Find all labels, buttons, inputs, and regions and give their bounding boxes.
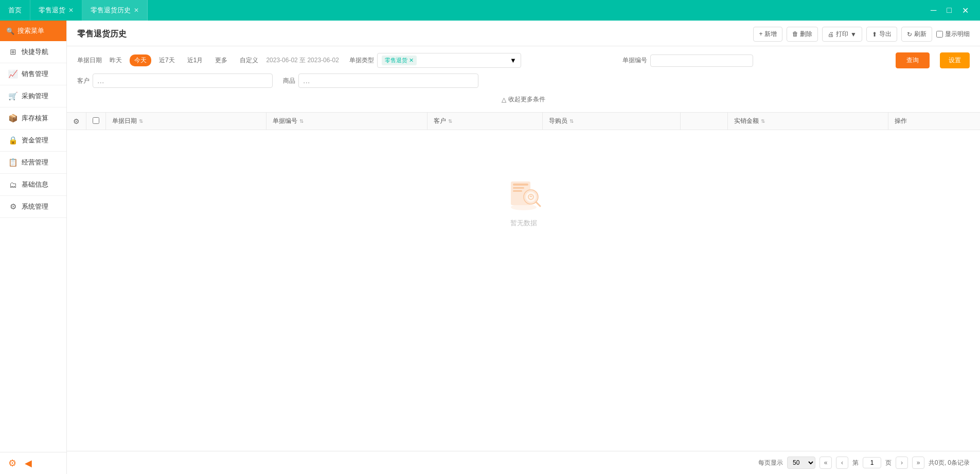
bill-type-filter-group: 单据类型 零售退货 ✕ ▼	[349, 53, 612, 68]
sidebar-item-inventory[interactable]: 📦 库存核算	[0, 107, 66, 130]
bill-no-label: 单据编号	[622, 56, 647, 65]
bill-no-input[interactable]	[650, 54, 753, 67]
system-mgmt-icon: ⚙	[8, 202, 17, 211]
sidebar-item-sales-mgmt[interactable]: 📈 销售管理	[0, 63, 66, 85]
table-area: ⚙ 单据日期 ⇅ 单据编号	[67, 113, 980, 451]
th-customer-sort[interactable]: 客户 ⇅	[434, 117, 536, 125]
page-next-btn[interactable]: ›	[896, 457, 908, 469]
customer-select[interactable]: ...	[93, 74, 273, 88]
sidebar-item-system-mgmt[interactable]: ⚙ 系统管理	[0, 196, 66, 218]
settings-btn[interactable]: 设置	[940, 52, 970, 68]
collapse-filter-btn[interactable]: △ 收起更多条件	[495, 93, 551, 106]
th-amount-sort[interactable]: 实销金额 ⇅	[734, 117, 882, 125]
tab-home-label: 首页	[8, 6, 22, 15]
per-page-label: 每页显示	[758, 459, 783, 467]
svg-rect-3	[513, 187, 524, 189]
print-icon: 🖨	[828, 31, 834, 38]
show-details-checkbox[interactable]	[936, 31, 943, 38]
th-customer-sort-icon: ⇅	[448, 118, 452, 124]
th-bill-no-sort-icon: ⇅	[299, 118, 304, 124]
th-action: 操作	[888, 113, 980, 130]
bill-type-tag: 零售退货 ✕	[382, 56, 417, 65]
show-details-label: 显示明细	[945, 30, 970, 39]
content-area: 零售退货历史 + 新增 🗑 删除 🖨 打印 ▼ ⬆ 导出 ↻ 刷新	[67, 21, 980, 474]
date-btn-custom[interactable]: 自定义	[235, 54, 263, 66]
th-guide-label: 导购员	[549, 117, 567, 125]
pagination: 每页显示 20 50 100 « ‹ 第 页 › » 共0页, 0条记录	[67, 451, 980, 474]
sidebar: 🔍 搜索菜单 ⊞ 快捷导航 📈 销售管理 🛒 采购管理 📦 库存核算 🔒	[0, 21, 67, 474]
collapse-label: 收起更多条件	[508, 95, 545, 104]
settings-bottom-icon[interactable]: ⚙	[8, 458, 16, 469]
print-button[interactable]: 🖨 打印 ▼	[822, 27, 862, 42]
th-customer-label: 客户	[434, 117, 446, 125]
sales-mgmt-icon: 📈	[8, 69, 17, 79]
page-prev-btn[interactable]: ‹	[836, 457, 848, 469]
bill-type-tag-text: 零售退货	[385, 57, 407, 64]
th-date-label: 单据日期	[112, 117, 137, 125]
th-customer: 客户 ⇅	[427, 113, 542, 130]
export-label: 导出	[879, 30, 892, 39]
sidebar-search-label: 搜索菜单	[17, 26, 44, 35]
bill-type-tag-close[interactable]: ✕	[409, 57, 414, 64]
window-minimize-btn[interactable]: ─	[928, 6, 939, 15]
bill-type-label: 单据类型	[349, 56, 374, 65]
collapse-up-icon: △	[502, 96, 506, 103]
th-guide: 导购员 ⇅	[542, 113, 680, 130]
sidebar-item-finance-label: 资金管理	[22, 136, 48, 145]
export-button[interactable]: ⬆ 导出	[866, 27, 897, 42]
page-last-btn[interactable]: »	[912, 457, 924, 469]
window-close-btn[interactable]: ✕	[959, 6, 972, 15]
date-btn-1month[interactable]: 近1月	[183, 54, 208, 66]
sidebar-item-basic-info[interactable]: 🗂 基础信息	[0, 174, 66, 196]
sidebar-item-operations[interactable]: 📋 经营管理	[0, 152, 66, 174]
show-details-checkbox-label[interactable]: 显示明细	[936, 30, 970, 39]
query-button[interactable]: 查询	[896, 52, 930, 68]
th-date-sort[interactable]: 单据日期 ⇅	[112, 117, 260, 125]
tab-list: 首页 零售退货 ✕ 零售退货历史 ✕	[0, 0, 928, 21]
sidebar-item-quick-nav[interactable]: ⊞ 快捷导航	[0, 41, 66, 63]
sidebar-item-sales-mgmt-label: 销售管理	[22, 69, 48, 79]
tab-retail-return-close[interactable]: ✕	[68, 7, 74, 14]
th-amount-sort-icon: ⇅	[761, 118, 765, 124]
tab-home[interactable]: 首页	[0, 0, 30, 21]
tab-retail-return-history[interactable]: 零售退货历史 ✕	[82, 0, 148, 21]
sidebar-item-purchase-mgmt-label: 采购管理	[22, 92, 48, 101]
date-btn-today[interactable]: 今天	[130, 54, 151, 66]
filter-row-2: 客户 ... 商品 ...	[77, 74, 970, 88]
tab-retail-return[interactable]: 零售退货 ✕	[30, 0, 82, 21]
goods-label: 商品	[283, 77, 295, 85]
refresh-button[interactable]: ↻ 刷新	[901, 27, 932, 42]
purchase-mgmt-icon: 🛒	[8, 92, 17, 101]
bill-type-select[interactable]: 零售退货 ✕ ▼	[377, 53, 521, 68]
data-table: ⚙ 单据日期 ⇅ 单据编号	[67, 113, 980, 269]
customer-label: 客户	[77, 77, 90, 85]
new-button[interactable]: + 新增	[753, 27, 782, 42]
page-first-btn[interactable]: «	[819, 457, 832, 469]
select-all-checkbox[interactable]	[93, 117, 99, 124]
date-btn-7days[interactable]: 近7天	[154, 54, 180, 66]
page-number-input[interactable]	[863, 457, 881, 468]
goods-select[interactable]: ...	[298, 74, 478, 88]
sidebar-search[interactable]: 🔍 搜索菜单	[0, 21, 66, 41]
operations-icon: 📋	[8, 158, 17, 167]
svg-rect-4	[513, 190, 522, 192]
tab-retail-return-label: 零售退货	[39, 6, 65, 15]
window-maximize-btn[interactable]: □	[943, 6, 955, 15]
th-guide-sort[interactable]: 导购员 ⇅	[549, 117, 674, 125]
sidebar-item-purchase-mgmt[interactable]: 🛒 采购管理	[0, 85, 66, 107]
sidebar-item-finance[interactable]: 🔒 资金管理	[0, 130, 66, 152]
quick-nav-icon: ⊞	[8, 47, 17, 57]
search-icon: 🔍	[6, 27, 14, 35]
delete-button[interactable]: 🗑 删除	[787, 27, 818, 42]
date-btn-more[interactable]: 更多	[210, 54, 232, 66]
inventory-icon: 📦	[8, 114, 17, 123]
collapse-sidebar-icon[interactable]: ◀	[25, 458, 32, 469]
th-bill-no-sort[interactable]: 单据编号 ⇅	[273, 117, 420, 125]
tab-retail-return-history-close[interactable]: ✕	[134, 7, 139, 14]
page-label: 第	[852, 459, 859, 467]
th-amount: 实销金额 ⇅	[727, 113, 888, 130]
th-action-label: 操作	[895, 117, 907, 124]
table-settings-icon[interactable]: ⚙	[73, 117, 80, 125]
per-page-select[interactable]: 20 50 100	[787, 457, 815, 469]
date-btn-yesterday[interactable]: 昨天	[105, 54, 127, 66]
